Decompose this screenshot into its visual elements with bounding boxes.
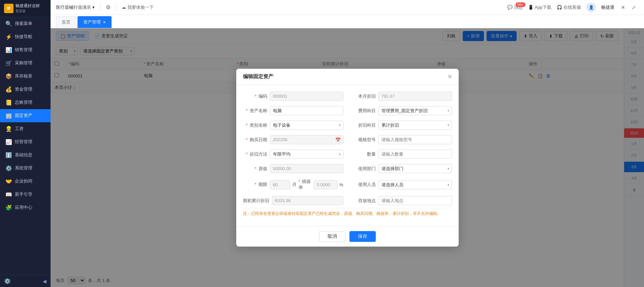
- location-input[interactable]: [378, 196, 452, 205]
- sidebar-item-label: 固定资产: [15, 113, 32, 119]
- form-item-initial-dep: 期初累计折旧: [243, 196, 343, 205]
- code-input[interactable]: [270, 92, 343, 101]
- form-note: 注：已经存在变更记录或者对应固定资产已经生成凭证，原值、购买日期、残值率、累计折…: [243, 208, 452, 219]
- sidebar-item-label: 系统管理: [15, 165, 32, 171]
- topbar: 医疗器械行业演示 ▾ ⚙ ☁ 我要体验一下 💬 99+ 消息 📱 App下载 🎧…: [51, 0, 644, 15]
- sidebar-item-quicknav[interactable]: ⚡ 快捷导航: [0, 30, 51, 43]
- sidebar-nav: 🔍 搜索菜单 ⚡ 快捷导航 📊 销售管理 🛒 采购管理 📦 库存核算 💰 资金管…: [0, 17, 51, 275]
- period-unit: 月: [292, 182, 297, 188]
- monthly-dep-input[interactable]: [378, 92, 452, 101]
- department-label: 使用部门: [351, 166, 376, 172]
- expense-account-label: 费用科目: [351, 108, 376, 114]
- sidebar-item-search[interactable]: 🔍 搜索菜单: [0, 17, 51, 30]
- sidebar-item-guide[interactable]: 📖 新手引导: [0, 188, 51, 201]
- sidebar-item-ledger[interactable]: 📒 总账管理: [0, 96, 51, 109]
- download-icon: 📱: [528, 5, 533, 10]
- modal-title: 编辑固定资产: [243, 73, 273, 80]
- sidebar-item-management[interactable]: 📈 经营管理: [0, 135, 51, 149]
- sidebar-footer: ⚙️ ◀: [0, 275, 51, 287]
- modal-close-btn[interactable]: ✕: [448, 73, 452, 80]
- sidebar-item-label: 应用中心: [15, 204, 32, 211]
- dep-method-label: * 折旧方法: [243, 151, 267, 157]
- settings-icon[interactable]: ⚙️: [4, 278, 11, 284]
- tab-asset-management[interactable]: 资产管理 ✕: [78, 16, 112, 28]
- spec-input[interactable]: [378, 135, 452, 144]
- cloud-icon: ☁: [122, 5, 126, 10]
- sidebar-item-basic-info[interactable]: ℹ️ 基础信息: [0, 149, 51, 162]
- notification-btn[interactable]: 💬 99+ 消息: [507, 4, 523, 10]
- tab-home[interactable]: 首页: [56, 16, 76, 28]
- topbar-gear-icon[interactable]: ⚙: [106, 4, 111, 10]
- company-selector[interactable]: 医疗器械行业演示 ▾: [56, 4, 95, 10]
- name-input[interactable]: [270, 106, 343, 115]
- sidebar-item-sales[interactable]: 📊 销售管理: [0, 43, 51, 57]
- sidebar-item-purchase[interactable]: 🛒 采购管理: [0, 57, 51, 70]
- category-select2[interactable]: 电子设备: [270, 121, 343, 130]
- avatar[interactable]: 👤: [586, 3, 596, 12]
- sidebar-item-label: 企业协同: [15, 178, 32, 184]
- service-label: 在线客服: [563, 4, 581, 10]
- expense-account-select[interactable]: 管理费用_固定资产折旧: [378, 106, 452, 115]
- modal-body: * 编码 本月折旧 *: [236, 85, 459, 226]
- ledger-icon: 📒: [5, 99, 12, 106]
- original-value-label: * 原值: [243, 166, 267, 172]
- payroll-icon: 👷: [5, 126, 12, 132]
- sidebar-item-payroll[interactable]: 👷 工资: [0, 122, 51, 135]
- tab-close-icon[interactable]: ✕: [103, 20, 106, 25]
- system-icon: ⚙️: [5, 165, 12, 171]
- period-input[interactable]: [270, 180, 290, 189]
- main-area: 医疗器械行业演示 ▾ ⚙ ☁ 我要体验一下 💬 99+ 消息 📱 App下载 🎧…: [51, 0, 644, 287]
- modal-header: 编辑固定资产 ✕: [236, 69, 459, 85]
- purchase-date-input[interactable]: [270, 135, 343, 144]
- experience-label: 我要体验一下: [127, 4, 154, 10]
- residual-rate-input[interactable]: [314, 180, 337, 189]
- person-select[interactable]: 请选择人员: [378, 180, 452, 189]
- sidebar-item-assets[interactable]: 🏢 固定资产: [0, 109, 51, 122]
- collapse-icon[interactable]: ◀: [43, 279, 47, 284]
- logo-icon: 财: [4, 4, 13, 13]
- form-item-expense-account: 费用科目 管理费用_固定资产折旧 ▾: [351, 106, 452, 115]
- quantity-input[interactable]: [378, 150, 452, 159]
- quantity-label: 数量: [351, 151, 376, 157]
- dep-account-label: 折旧科目: [351, 122, 376, 128]
- service-icon: 🎧: [557, 5, 562, 10]
- app-download-btn[interactable]: 📱 App下载: [528, 4, 551, 10]
- initial-dep-input[interactable]: [272, 196, 343, 205]
- form-item-original-value: * 原值: [243, 164, 343, 173]
- department-select[interactable]: 请选择部门: [378, 164, 452, 173]
- experience-btn[interactable]: ☁ 我要体验一下: [122, 4, 154, 10]
- search-icon: 🔍: [5, 21, 12, 27]
- period-row: 月 * 残值率 %: [270, 179, 343, 191]
- company-dropdown-icon: ▾: [92, 5, 95, 10]
- dep-method-select[interactable]: 年限平均: [270, 150, 343, 159]
- dep-account-select[interactable]: 累计折旧: [378, 121, 452, 130]
- form-item-spec: 规格型号: [351, 135, 452, 144]
- guide-icon: 📖: [5, 191, 12, 198]
- name-label: * 资产名称: [243, 108, 267, 114]
- person-label: 使用人员: [351, 182, 376, 188]
- cancel-button[interactable]: 取消: [319, 231, 345, 242]
- online-service-btn[interactable]: 🎧 在线客服: [557, 4, 581, 10]
- topbar-divider: [100, 4, 100, 11]
- sidebar-item-label: 采购管理: [15, 60, 32, 66]
- sidebar-item-enterprise[interactable]: 🤝 企业协同: [0, 175, 51, 188]
- category-select-wrap2: 电子设备 ▾: [270, 121, 343, 130]
- original-value-input[interactable]: [270, 164, 343, 173]
- basic-info-icon: ℹ️: [5, 152, 12, 158]
- sidebar-item-inventory[interactable]: 📦 库存核算: [0, 70, 51, 83]
- save-button[interactable]: 保存: [349, 231, 376, 242]
- sidebar-item-apps[interactable]: 🧩 应用中心: [0, 201, 51, 214]
- form-item-person: 使用人员 请选择人员 ▾: [351, 179, 452, 191]
- sidebar-item-system[interactable]: ⚙️ 系统管理: [0, 162, 51, 175]
- residual-rate-unit: %: [339, 182, 343, 187]
- close-tab-btn[interactable]: ✕: [618, 3, 628, 12]
- form-item-quantity: 数量: [351, 150, 452, 159]
- notification-badge: 99+: [516, 2, 525, 7]
- maximize-btn[interactable]: ⤢: [629, 3, 639, 12]
- username: 畅捷通: [601, 4, 614, 10]
- location-label: 存放地点: [351, 198, 376, 204]
- inventory-icon: 📦: [5, 73, 12, 79]
- sidebar-item-finance[interactable]: 💰 资金管理: [0, 83, 51, 96]
- tab-assets-label: 资产管理: [83, 19, 101, 25]
- purchase-date-label: * 购买日期: [243, 137, 267, 143]
